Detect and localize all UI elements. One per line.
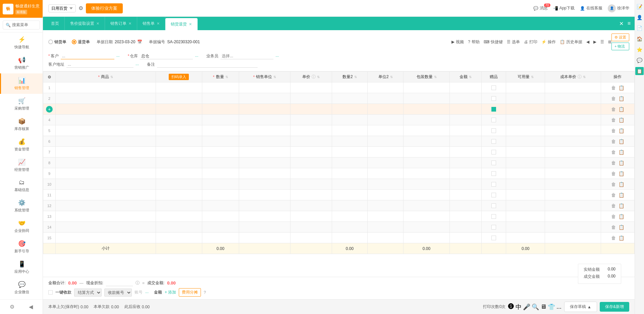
delete-icon-add[interactable]: 🗑 <box>611 107 616 112</box>
cost-info-icon[interactable]: ⓘ <box>578 74 582 80</box>
tab-sales-bill[interactable]: 销售单 ✕ <box>137 17 165 30</box>
sidebar-item-jingying[interactable]: 📈 经营管理 <box>0 155 43 176</box>
goods-input-add[interactable] <box>58 107 153 112</box>
save-draft-btn[interactable]: 保存草稿 ▲ <box>564 302 597 312</box>
tab-price-settings[interactable]: 售价提取设置 ✕ <box>65 17 105 30</box>
copy-icon-5[interactable]: 📋 <box>619 128 624 133</box>
taskbar-icon-2[interactable]: 中 <box>516 303 522 311</box>
view-grid-btn[interactable]: ⊞ <box>608 40 611 44</box>
rp-btn-6[interactable]: 💬 <box>635 56 644 64</box>
remark-input[interactable] <box>157 61 258 68</box>
unit-cell-1[interactable] <box>239 82 290 93</box>
delete-icon-2[interactable]: 🗑 <box>611 96 616 101</box>
copy-icon-11[interactable]: 📋 <box>619 192 624 198</box>
delete-icon-4[interactable]: 🗑 <box>611 117 616 123</box>
search-button[interactable]: 🔍 搜索菜单 <box>3 20 40 29</box>
delete-icon-7[interactable]: 🗑 <box>611 149 616 155</box>
fee-help-icon[interactable]: ? <box>204 290 206 295</box>
help-discount[interactable]: ⓘ <box>136 280 140 286</box>
sidebar-item-yingyong[interactable]: 📱 应用中心 <box>0 257 43 277</box>
delete-icon-15[interactable]: 🗑 <box>611 235 616 241</box>
goods-cell-add[interactable] <box>56 104 156 115</box>
tab-home[interactable]: 首页 <box>46 17 65 30</box>
copy-icon-13[interactable]: 📋 <box>619 214 624 219</box>
qty-cell-1[interactable] <box>202 82 239 93</box>
customer-more-btn[interactable]: ··· <box>116 54 120 59</box>
sidebar-item-kuaijie[interactable]: ⚡ 快捷导航 <box>0 33 43 53</box>
copy-icon-10[interactable]: 📋 <box>619 182 624 187</box>
copy-icon-7[interactable]: 📋 <box>619 149 624 155</box>
account-select[interactable]: 收款账号 <box>104 289 132 297</box>
help-btn[interactable]: ? 帮助 <box>468 39 480 45</box>
unit2-cell-1[interactable] <box>368 82 404 93</box>
tab-close-price[interactable]: ✕ <box>96 21 99 26</box>
column-gear-icon[interactable]: ⚙ <box>48 75 51 79</box>
price-info-icon[interactable]: ⓘ <box>312 74 316 80</box>
sidebar-collapse-btn[interactable]: ◀ <box>28 302 34 311</box>
prev-btn[interactable]: ◀ <box>586 40 589 44</box>
copy-icon-12[interactable]: 📋 <box>619 203 624 208</box>
view-list-btn[interactable]: ☰ <box>600 40 604 44</box>
unit-sort-icon[interactable]: ⇅ <box>273 75 276 79</box>
calc-method-select[interactable]: 结算方式 <box>74 289 102 297</box>
sidebar-item-zijin[interactable]: 💰 资金管理 <box>0 135 43 155</box>
address-input[interactable] <box>66 61 133 68</box>
tab-sales-order[interactable]: 销售订单 ✕ <box>105 17 137 30</box>
delete-icon-6[interactable]: 🗑 <box>611 139 616 144</box>
goods-sort-icon[interactable]: ⇅ <box>110 75 113 79</box>
industry-select[interactable]: 日用百货 <box>48 4 76 12</box>
history-btn[interactable]: 📋 历史单据 <box>560 39 582 45</box>
rp-btn-4[interactable]: 🏠 <box>635 35 644 43</box>
copy-icon-8[interactable]: 📋 <box>619 160 624 166</box>
copy-icon-1[interactable]: 📋 <box>619 85 624 90</box>
rp-btn-active[interactable]: 📋 <box>635 67 644 75</box>
unit2-cell-2[interactable] <box>368 93 404 104</box>
delete-icon-8[interactable]: 🗑 <box>611 160 616 166</box>
warehouse-input[interactable] <box>140 53 193 59</box>
account-more-btn[interactable]: ··· <box>145 290 149 295</box>
qty2-cell-add[interactable] <box>332 104 368 115</box>
user-menu[interactable]: 👤 徐泽华 <box>608 4 629 12</box>
app-download-link[interactable]: 📲 App下载 <box>553 5 575 11</box>
qty2-cell-2[interactable] <box>332 93 368 104</box>
unit2-sort-icon[interactable]: ⇅ <box>390 75 393 79</box>
price-cell-add[interactable] <box>290 104 332 115</box>
message-btn[interactable]: 💬 消息 70 <box>533 5 548 11</box>
pack-cell-1[interactable] <box>404 82 450 93</box>
qty-cell-2[interactable] <box>202 93 239 104</box>
salesman-more-btn[interactable]: ··· <box>275 54 279 59</box>
video-btn[interactable]: ▶ 视频 <box>451 39 464 45</box>
salesman-input[interactable] <box>220 53 273 59</box>
pack-sort-icon[interactable]: ⇅ <box>434 75 437 79</box>
copy-icon-6[interactable]: 📋 <box>619 139 624 144</box>
sidebar-item-xitong[interactable]: ⚙️ 系统管理 <box>0 196 43 216</box>
sidebar-item-qiye[interactable]: 🤝 企业协同 <box>0 216 43 237</box>
sidebar-settings-btn[interactable]: ⚙ <box>8 302 16 311</box>
radio-xiaohuo[interactable]: 销货单 <box>48 39 66 45</box>
qty-cell-add[interactable] <box>202 104 239 115</box>
pack-cell-2[interactable] <box>404 93 450 104</box>
amount-cell-2[interactable] <box>449 93 481 104</box>
delete-icon-9[interactable]: 🗑 <box>611 171 616 176</box>
sidebar-item-xinshou[interactable]: 🎯 新手引导 <box>0 237 43 257</box>
experience-btn[interactable]: 体验行业方案 <box>86 3 123 13</box>
select-bill-btn[interactable]: ☰ 选单 <box>507 39 520 45</box>
delete-icon-5[interactable]: 🗑 <box>611 128 616 133</box>
payment-checkbox[interactable] <box>48 290 53 295</box>
delete-icon-11[interactable]: 🗑 <box>611 192 616 198</box>
tab-menu-btn[interactable]: ≡ <box>626 20 632 27</box>
copy-icon-2[interactable]: 📋 <box>619 96 624 101</box>
save-new-btn[interactable]: 保存&新增 <box>600 302 629 312</box>
logistics-btn[interactable]: + 物流 <box>611 43 629 50</box>
copy-icon-15[interactable]: 📋 <box>619 235 624 241</box>
discount-input[interactable] <box>106 280 133 286</box>
operate-btn[interactable]: ⚡ 操作 <box>541 39 556 45</box>
sidebar-item-caigou[interactable]: 🛒 采购管理 <box>0 94 43 114</box>
rp-btn-1[interactable]: 📝 <box>635 3 644 11</box>
sidebar-item-kucun[interactable]: 📦 库存核算 <box>0 114 43 135</box>
goods-cell-2[interactable] <box>56 93 156 104</box>
add-row-btn[interactable]: + <box>46 106 53 113</box>
qty-sort-icon[interactable]: ⇅ <box>225 75 228 79</box>
delete-icon-13[interactable]: 🗑 <box>611 214 616 219</box>
delete-icon-10[interactable]: 🗑 <box>611 182 616 187</box>
